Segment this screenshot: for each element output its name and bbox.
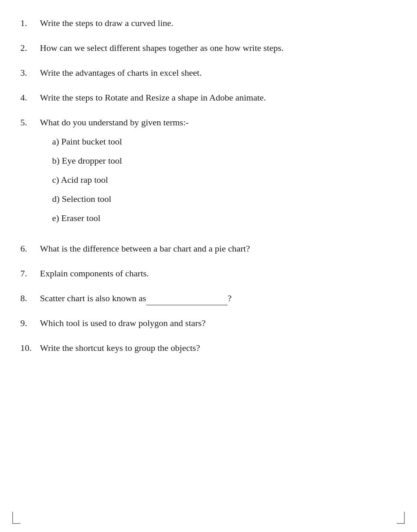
question-number: 2. — [20, 41, 40, 55]
question-text: Explain components of charts. — [40, 267, 397, 280]
sub-item: d) Selection tool — [52, 192, 397, 206]
question-number: 6. — [20, 242, 40, 255]
question-number: 9. — [20, 316, 40, 330]
question-text: Write the advantages of charts in excel … — [40, 66, 397, 79]
question-item: 4.Write the steps to Rotate and Resize a… — [20, 91, 397, 104]
sub-item: b) Eye dropper tool — [52, 154, 397, 167]
question-text: Which tool is used to draw polygon and s… — [40, 316, 397, 330]
question-number: 4. — [20, 91, 40, 104]
sub-item: e) Eraser tool — [52, 211, 397, 225]
question-text: What do you understand by given terms:-a… — [40, 116, 397, 230]
sub-item-list: a) Paint bucket toolb) Eye dropper toolc… — [40, 135, 397, 225]
fill-in-blank — [146, 291, 228, 305]
question-text: Scatter chart is also known as ? — [40, 291, 397, 305]
question-number: 1. — [20, 16, 40, 30]
question-text: Write the shortcut keys to group the obj… — [40, 341, 397, 355]
question-number: 3. — [20, 66, 40, 79]
question-item: 2.How can we select different shapes tog… — [20, 41, 397, 55]
sub-item: c) Acid rap tool — [52, 173, 397, 186]
question-number: 7. — [20, 267, 40, 280]
question-text: Write the steps to draw a curved line. — [40, 16, 397, 30]
question-number: 8. — [20, 291, 40, 305]
question-text: What is the difference between a bar cha… — [40, 242, 397, 255]
question-item: 7.Explain components of charts. — [20, 267, 397, 280]
question-item: 9.Which tool is used to draw polygon and… — [20, 316, 397, 330]
question-list: 1.Write the steps to draw a curved line.… — [20, 16, 397, 355]
question-item: 8.Scatter chart is also known as ? — [20, 291, 397, 305]
question-item: 6.What is the difference between a bar c… — [20, 242, 397, 255]
question-text: Write the steps to Rotate and Resize a s… — [40, 91, 397, 104]
corner-mark-bottom-right — [397, 512, 405, 524]
corner-mark-bottom-left — [12, 512, 20, 524]
sub-item: a) Paint bucket tool — [52, 135, 397, 148]
question-number: 5. — [20, 116, 40, 129]
question-item: 5.What do you understand by given terms:… — [20, 116, 397, 230]
question-item: 1.Write the steps to draw a curved line. — [20, 16, 397, 30]
question-item: 10.Write the shortcut keys to group the … — [20, 341, 397, 355]
question-item: 3.Write the advantages of charts in exce… — [20, 66, 397, 79]
question-number: 10. — [20, 341, 40, 355]
question-text: How can we select different shapes toget… — [40, 41, 397, 55]
